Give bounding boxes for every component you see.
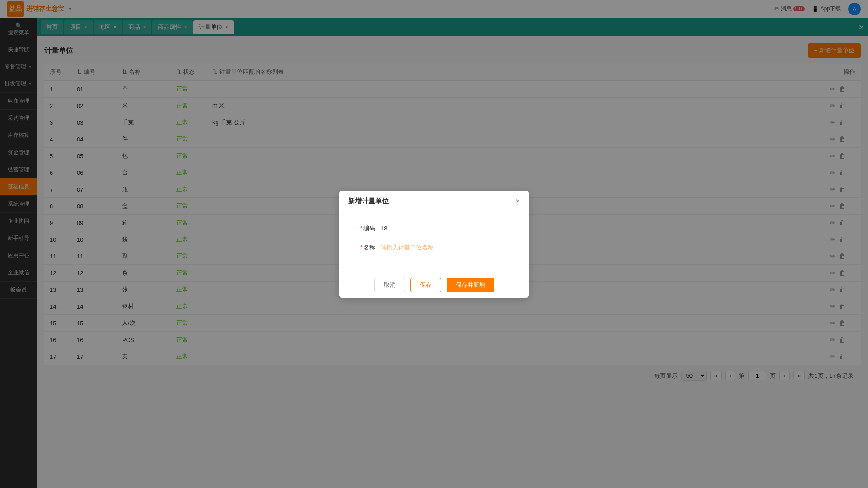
code-label: *编码 [348, 225, 375, 233]
cancel-button[interactable]: 取消 [374, 278, 405, 292]
form-row-code: *编码 [348, 223, 520, 234]
modal-body: *编码 *名称 [339, 212, 529, 272]
name-label: *名称 [348, 244, 375, 252]
save-button[interactable]: 保存 [410, 278, 441, 292]
modal-close-btn[interactable]: × [515, 197, 520, 205]
required-star-name: * [360, 244, 363, 251]
modal-header: 新增计量单位 × [339, 191, 529, 212]
name-input[interactable] [381, 242, 520, 253]
save-new-button[interactable]: 保存并新增 [447, 278, 494, 292]
modal-footer: 取消 保存 保存并新增 [339, 272, 529, 298]
modal-overlay[interactable]: 新增计量单位 × *编码 *名称 取消 保存 保存并新增 [0, 0, 868, 488]
add-unit-modal: 新增计量单位 × *编码 *名称 取消 保存 保存并新增 [339, 191, 529, 298]
modal-title: 新增计量单位 [348, 197, 389, 206]
code-input[interactable] [381, 223, 520, 234]
required-star-code: * [360, 225, 363, 232]
form-row-name: *名称 [348, 242, 520, 253]
